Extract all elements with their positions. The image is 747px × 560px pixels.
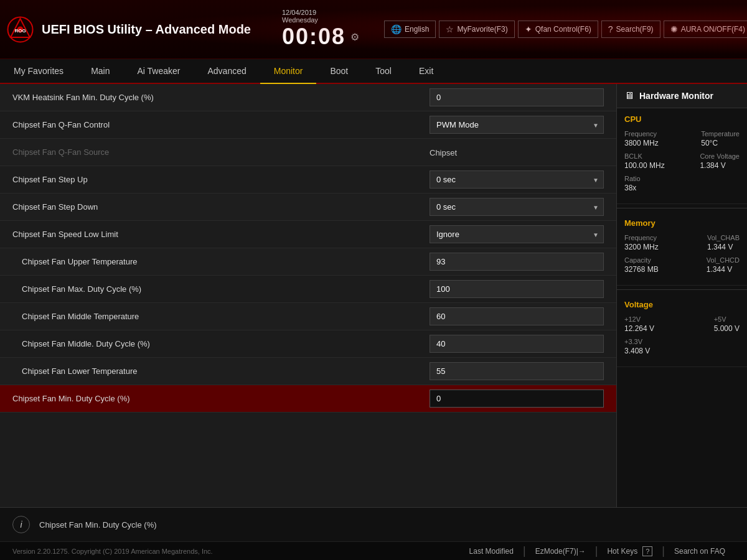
hw-33v-value: 3.408 V xyxy=(624,347,650,355)
hw-vol-chcd-label: Vol_CHCD xyxy=(707,256,740,264)
nav-monitor[interactable]: Monitor xyxy=(260,59,317,84)
hw-mem-freq-value: 3200 MHz xyxy=(624,243,659,251)
hw-33v-label: +3.3V xyxy=(624,338,650,345)
myfavorite-button[interactable]: ☆ MyFavorite(F3) xyxy=(439,21,514,38)
nav-exit[interactable]: Exit xyxy=(405,59,447,84)
nav-tool[interactable]: Tool xyxy=(362,59,405,84)
input-chipset-fan-lower-temp[interactable] xyxy=(430,362,604,380)
hw-capacity-value: 32768 MB xyxy=(624,265,659,274)
nav-ai-tweaker[interactable]: Ai Tweaker xyxy=(123,59,194,84)
row-chipset-fan-middle-duty: Chipset Fan Middle. Duty Cycle (%) xyxy=(0,330,616,358)
header: ROG UEFI BIOS Utility – Advanced Mode 12… xyxy=(0,0,747,59)
hw-memory-title: Memory xyxy=(624,218,740,228)
qfan-button[interactable]: ✦ Qfan Control(F6) xyxy=(518,21,598,38)
nav-main[interactable]: Main xyxy=(77,59,123,84)
myfavorite-label: MyFavorite(F3) xyxy=(457,25,507,34)
hw-vol-chab-label: Vol_CHAB xyxy=(707,234,740,241)
date-text: 12/04/2019 Wednesday xyxy=(282,9,318,24)
row-chipset-fan-max-duty: Chipset Fan Max. Duty Cycle (%) xyxy=(0,276,616,303)
row-chipset-fan-q-fan-control: Chipset Fan Q-Fan Control PWM Mode DC Mo… xyxy=(0,111,616,139)
row-chipset-fan-step-up: Chipset Fan Step Up 0 sec 1 sec 3 sec xyxy=(0,166,616,194)
text-chipset-source: Chipset xyxy=(430,148,457,157)
aura-button[interactable]: ✺ AURA ON/OFF(F4) xyxy=(664,21,747,38)
hw-5v-label: +5V xyxy=(714,315,740,323)
settings-icon[interactable]: ⚙ xyxy=(350,31,359,43)
row-chipset-fan-q-fan-source: Chipset Fan Q-Fan Source Chipset xyxy=(0,139,616,166)
hw-5v-value: 5.000 V xyxy=(714,324,740,333)
hw-bclk-label: BCLK xyxy=(624,152,665,160)
hw-33v-col: +3.3V 3.408 V xyxy=(624,338,650,355)
dropdown-wrapper-speed-low-limit: Ignore 200 RPM 300 RPM xyxy=(430,225,604,243)
search-button[interactable]: ? Search(F9) xyxy=(601,21,660,38)
hw-cpu-frequency-label: Frequency xyxy=(624,130,659,138)
label-chipset-fan-lower-temp: Chipset Fan Lower Temperature xyxy=(12,366,430,376)
label-chipset-fan-middle-duty: Chipset Fan Middle. Duty Cycle (%) xyxy=(12,339,430,348)
footer-search-faq[interactable]: Search on FAQ xyxy=(665,547,735,556)
value-vkm-heatsink-fan xyxy=(430,88,604,106)
value-chipset-fan-max-duty xyxy=(430,280,604,298)
row-chipset-fan-speed-low-limit: Chipset Fan Speed Low Limit Ignore 200 R… xyxy=(0,221,616,248)
hw-5v-col: +5V 5.000 V xyxy=(714,315,740,333)
hw-cpu-row-3: Ratio 38x xyxy=(624,175,740,192)
footer-version: Version 2.20.1275. Copyright (C) 2019 Am… xyxy=(12,548,213,555)
input-chipset-fan-middle-duty[interactable] xyxy=(430,335,604,353)
hw-volt-row-1: +12V 12.264 V +5V 5.000 V xyxy=(624,315,740,333)
hw-vol-chcd-col: Vol_CHCD 1.344 V xyxy=(707,256,740,274)
row-vkm-heatsink-fan: VKM Heatsink Fan Min. Duty Cycle (%) xyxy=(0,84,616,111)
footer-ezmode[interactable]: EzMode(F7)|→ xyxy=(526,547,595,556)
hw-cpu-frequency-value: 3800 MHz xyxy=(624,139,659,147)
hw-12v-label: +12V xyxy=(624,315,654,323)
time-display: 00:08 xyxy=(282,24,345,50)
input-chipset-fan-min-duty[interactable] xyxy=(430,390,604,408)
label-chipset-fan-speed-low-limit: Chipset Fan Speed Low Limit xyxy=(12,230,430,239)
value-chipset-fan-lower-temp xyxy=(430,362,604,380)
hw-ratio-col: Ratio 38x xyxy=(624,175,641,192)
hw-cpu-row-2: BCLK 100.00 MHz Core Voltage 1.384 V xyxy=(624,152,740,170)
row-chipset-fan-upper-temp: Chipset Fan Upper Temperature xyxy=(0,248,616,276)
input-chipset-fan-max-duty[interactable] xyxy=(430,280,604,298)
hw-divider-2 xyxy=(617,289,747,290)
row-chipset-fan-middle-temp: Chipset Fan Middle Temperature xyxy=(0,303,616,330)
select-chipset-fan-speed-low-limit[interactable]: Ignore 200 RPM 300 RPM xyxy=(430,225,604,243)
value-chipset-fan-q-fan-source: Chipset xyxy=(430,147,604,158)
value-chipset-fan-speed-low-limit: Ignore 200 RPM 300 RPM xyxy=(430,225,604,243)
value-chipset-fan-middle-temp xyxy=(430,307,604,325)
hw-divider-1 xyxy=(617,208,747,208)
row-chipset-fan-min-duty: Chipset Fan Min. Duty Cycle (%) xyxy=(0,385,616,413)
dropdown-wrapper-step-down: 0 sec 1 sec 3 sec xyxy=(430,198,604,216)
label-chipset-fan-q-fan-source: Chipset Fan Q-Fan Source xyxy=(12,147,430,157)
hw-monitor-title: Hardware Monitor xyxy=(639,91,713,101)
hw-mem-row-2: Capacity 32768 MB Vol_CHCD 1.344 V xyxy=(624,256,740,274)
input-vkm-heatsink-fan[interactable] xyxy=(430,88,604,106)
nav-advanced[interactable]: Advanced xyxy=(194,59,260,84)
hw-cpu-frequency-col: Frequency 3800 MHz xyxy=(624,130,659,147)
hw-cpu-section: CPU Frequency 3800 MHz Temperature 50°C … xyxy=(617,108,747,204)
svg-text:ROG: ROG xyxy=(14,28,26,34)
select-chipset-fan-step-down[interactable]: 0 sec 1 sec 3 sec xyxy=(430,198,604,216)
footer: Version 2.20.1275. Copyright (C) 2019 Am… xyxy=(0,541,747,560)
label-chipset-fan-step-up: Chipset Fan Step Up xyxy=(12,175,430,184)
select-chipset-fan-step-up[interactable]: 0 sec 1 sec 3 sec xyxy=(430,170,604,189)
label-chipset-fan-min-duty: Chipset Fan Min. Duty Cycle (%) xyxy=(12,394,430,403)
hw-ratio-value: 38x xyxy=(624,184,641,192)
footer-hot-keys[interactable]: Hot Keys ? xyxy=(598,546,662,556)
hw-core-voltage-col: Core Voltage 1.384 V xyxy=(700,152,740,170)
hw-cpu-temp-value: 50°C xyxy=(701,139,740,147)
language-button[interactable]: 🌐 English xyxy=(384,21,436,38)
hw-monitor-panel: 🖥 Hardware Monitor CPU Frequency 3800 MH… xyxy=(616,84,747,507)
hw-cpu-title: CPU xyxy=(624,114,740,124)
footer-last-modified[interactable]: Last Modified xyxy=(460,547,523,556)
label-chipset-fan-middle-temp: Chipset Fan Middle Temperature xyxy=(12,312,430,321)
select-chipset-fan-q-fan-control[interactable]: PWM Mode DC Mode Disabled xyxy=(430,116,604,134)
hw-mem-freq-col: Frequency 3200 MHz xyxy=(624,234,659,251)
input-chipset-fan-upper-temp[interactable] xyxy=(430,253,604,271)
hw-volt-row-2: +3.3V 3.408 V xyxy=(624,338,740,355)
aura-label: AURA ON/OFF(F4) xyxy=(681,25,745,34)
hw-mem-row-1: Frequency 3200 MHz Vol_CHAB 1.344 V xyxy=(624,234,740,251)
nav-boot[interactable]: Boot xyxy=(316,59,362,84)
hw-capacity-label: Capacity xyxy=(624,256,659,264)
nav-my-favorites[interactable]: My Favorites xyxy=(0,59,77,84)
info-text: Chipset Fan Min. Duty Cycle (%) xyxy=(39,520,157,530)
input-chipset-fan-middle-temp[interactable] xyxy=(430,307,604,325)
hw-vol-chcd-value: 1.344 V xyxy=(707,265,740,274)
